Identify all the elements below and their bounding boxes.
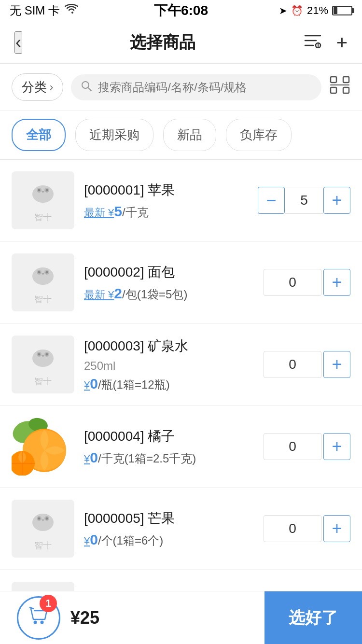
nav-actions: + [304,32,348,53]
alarm-icon: ⏰ [291,5,303,16]
quantity-input[interactable] [264,269,321,296]
svg-point-48 [38,518,41,520]
product-price: ¥0/瓶(1箱=12瓶) [84,376,254,392]
svg-point-26 [46,271,48,274]
svg-point-25 [38,271,41,274]
status-bar: 无 SIM 卡 下午6:08 ➤ ⏰ 21% [0,0,362,21]
tab-all[interactable]: 全部 [12,119,66,151]
increment-button[interactable]: + [323,433,350,460]
product-name: [0000001] 苹果 [84,181,248,199]
location-icon: ➤ [279,5,287,16]
search-input[interactable] [98,81,312,94]
svg-point-17 [38,189,41,192]
quantity-input[interactable] [285,187,323,214]
product-list: 智十 [0000001] 苹果 最新 ¥5/千克 − + [0,160,362,644]
battery-percent: 21% [307,4,328,17]
cart-container: 1 [14,594,63,642]
table-row: [0000004] 橘子 ¥0/千克(1箱=2.5千克) + [0,406,362,487]
product-controls-0000001: − + [258,187,350,214]
product-price: ¥0/千克(1箱=2.5千克) [84,449,254,466]
product-controls-0000003: + [264,351,350,378]
table-row: 智十 [0000001] 苹果 最新 ¥5/千克 − + [0,160,362,241]
product-image-0000002: 智十 [12,253,74,311]
svg-point-65 [41,621,44,624]
page-title: 选择商品 [130,31,195,54]
increment-button[interactable]: + [323,515,350,542]
tab-negative[interactable]: 负库存 [226,119,292,151]
product-controls-0000002: + [264,269,350,296]
product-info-0000001: [0000001] 苹果 最新 ¥5/千克 [84,181,248,220]
search-icon [81,80,92,95]
product-controls-0000005: + [264,515,350,542]
cart-badge: 1 [40,595,57,612]
owl-icon [28,342,57,374]
table-row: 智十 [0000005] 芒果 ¥0/个(1箱=6个) + [0,488,362,569]
tab-bar: 全部 近期采购 新品 负库存 [0,111,362,160]
battery-icon [332,6,352,15]
product-name: [0000004] 橘子 [84,427,254,446]
back-button[interactable]: ‹ [14,31,22,54]
category-label: 分类 [22,79,47,96]
svg-point-33 [38,353,41,356]
svg-line-6 [88,87,91,91]
svg-point-12 [32,185,54,203]
bottom-bar: 1 ¥25 选好了 [0,591,362,644]
product-price: 最新 ¥2/包(1袋=5包) [84,285,254,302]
table-row: 智十 [0000002] 面包 最新 ¥2/包(1袋=5包) + [0,242,362,323]
owl-icon [28,178,57,210]
cart-total: ¥25 [70,608,265,628]
svg-rect-11 [343,87,349,93]
owl-text: 智十 [34,211,52,223]
svg-point-49 [46,518,48,520]
carrier-label: 无 SIM 卡 [10,3,60,18]
filter-icon[interactable] [304,32,322,53]
table-row: 智十 [0000003] 矿泉水 250ml ¥0/瓶(1箱=12瓶) + [0,324,362,405]
owl-icon [28,260,57,292]
owl-text: 智十 [34,540,52,551]
product-spec: 250ml [84,359,254,373]
decrement-button[interactable]: − [258,187,285,214]
owl-text: 智十 [34,376,52,387]
filter-bar: 分类 › [0,64,362,111]
increment-button[interactable]: + [323,351,350,378]
confirm-button[interactable]: 选好了 [265,591,362,644]
svg-point-18 [46,189,48,192]
product-name: [0000005] 芒果 [84,509,254,528]
product-info-0000004: [0000004] 橘子 ¥0/千克(1箱=2.5千克) [84,427,254,466]
svg-point-28 [32,350,54,367]
product-controls-0000004: + [264,433,350,460]
product-image-0000004 [12,418,74,476]
owl-icon [28,506,57,538]
product-info-0000005: [0000005] 芒果 ¥0/个(1箱=6个) [84,509,254,548]
product-price: 最新 ¥5/千克 [84,203,248,220]
svg-rect-7 [331,77,336,83]
status-bar-left: 无 SIM 卡 [10,3,78,18]
status-bar-time: 下午6:08 [154,1,208,20]
svg-point-64 [34,621,37,624]
search-box [71,74,321,100]
tab-recent[interactable]: 近期采购 [75,119,153,151]
svg-point-43 [32,514,54,531]
product-name: [0000003] 矿泉水 [84,337,254,355]
add-button[interactable]: + [336,33,348,52]
increment-button[interactable]: + [323,187,350,214]
product-info-0000003: [0000003] 矿泉水 250ml ¥0/瓶(1箱=12瓶) [84,337,254,392]
product-price: ¥0/个(1箱=6个) [84,532,254,548]
owl-text: 智十 [34,294,52,305]
wifi-icon [65,4,78,17]
quantity-input[interactable] [264,351,321,378]
svg-rect-8 [331,87,336,93]
status-bar-right: ➤ ⏰ 21% [279,4,352,17]
product-image-0000001: 智十 [12,171,74,229]
svg-point-34 [46,353,48,356]
quantity-input[interactable] [264,433,321,460]
tab-new[interactable]: 新品 [163,119,216,151]
category-button[interactable]: 分类 › [12,73,63,101]
category-arrow: › [50,81,53,94]
scan-icon[interactable] [329,75,350,99]
nav-bar: ‹ 选择商品 + [0,21,362,64]
increment-button[interactable]: + [323,269,350,296]
svg-rect-9 [343,77,349,83]
svg-point-20 [32,267,54,285]
quantity-input[interactable] [264,515,321,542]
